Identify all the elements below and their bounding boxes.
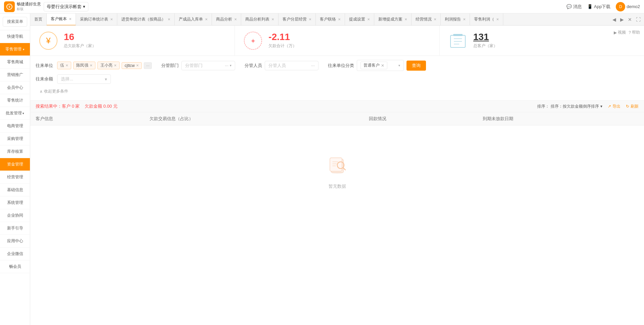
close-tab-icon[interactable]: ✕	[496, 17, 499, 21]
export-button[interactable]: ↗ 导出	[608, 104, 620, 109]
tab-prev-button[interactable]: ◀	[611, 16, 617, 23]
debt-unit: 元	[113, 104, 118, 109]
close-tab-icon[interactable]: ✕	[338, 17, 341, 21]
query-button[interactable]: 查询	[406, 61, 426, 71]
balance-select[interactable]: 选择... ▾	[57, 74, 111, 84]
sidebar-item-app-center[interactable]: 应用中心	[0, 235, 30, 248]
unit-tag-text: 王小亮	[100, 63, 113, 68]
close-tab-icon[interactable]: ✕	[168, 17, 170, 21]
person-select-placeholder: 分管人员	[268, 63, 310, 69]
tab-add-promotion[interactable]: 新增提成方案 ✕	[374, 13, 412, 26]
remove-unit-tag-wang[interactable]: ✕	[114, 64, 117, 67]
close-tab-icon[interactable]: ✕	[309, 17, 311, 21]
sidebar-item-label: 营销推广	[7, 72, 23, 77]
search-menu-button[interactable]: 搜索菜单	[3, 17, 27, 27]
logo-text-block: 畅捷通好生意 标版	[17, 2, 41, 12]
chevron-down-icon: ▾	[23, 112, 24, 115]
close-tab-icon[interactable]: ✕	[271, 17, 274, 21]
classify-filter-label: 往来单位分类	[328, 63, 354, 69]
remove-unit-tag-wu[interactable]: ✕	[66, 64, 68, 67]
tab-retail-profit[interactable]: 零售利润（ ✕	[470, 13, 503, 26]
tab-fullscreen-button[interactable]: ⛶	[635, 16, 642, 23]
sidebar-item-enterprise-coop[interactable]: 企业协同	[0, 209, 30, 222]
enterprise-selector[interactable]: 母婴行业演示帐套 ▾	[44, 2, 88, 11]
logo-sub: 标版	[17, 7, 41, 11]
stat-text-2: -2.11 欠款合计（万）	[268, 32, 297, 49]
sidebar-item-retail-mall[interactable]: 零售商城	[0, 56, 30, 69]
message-button[interactable]: 💬 消息	[566, 4, 582, 10]
sidebar-item-vip[interactable]: 畅会员	[0, 260, 30, 273]
close-tab-icon[interactable]: ✕	[367, 17, 370, 21]
tab-business[interactable]: 经营情况 ✕	[412, 13, 441, 26]
tab-produce-inbound[interactable]: 产成品入库单 ✕	[175, 13, 212, 26]
sidebar-item-wholesale[interactable]: 批发管理 ▾	[0, 107, 30, 120]
close-tab-icon[interactable]: ✕	[434, 17, 436, 21]
tab-purchase-order-stats[interactable]: 采购订单统计表 ✕	[76, 13, 117, 26]
remove-classify-tag[interactable]: ✕	[381, 63, 384, 68]
sidebar-item-quick-nav[interactable]: 快捷导航	[0, 30, 30, 43]
tab-inbound-stats[interactable]: 进货单统计表（按商品） ✕	[117, 13, 175, 26]
video-help-button[interactable]: ▶ 视频	[614, 30, 626, 35]
sidebar-item-ops[interactable]: 经营管理	[0, 171, 30, 184]
tab-profit-report[interactable]: 利润报告 ✕	[441, 13, 470, 26]
sidebar-item-system[interactable]: 系统管理	[0, 196, 30, 209]
sidebar-item-inventory[interactable]: 库存核算	[0, 145, 30, 158]
tab-label: 经营情况	[416, 16, 432, 22]
tab-customer-book[interactable]: 客户账本 ✕	[47, 13, 76, 26]
sidebar-item-member[interactable]: 会员中心	[0, 81, 30, 94]
more-unit-tags-button[interactable]: ···	[144, 62, 152, 69]
tab-label: 采购订单统计表	[80, 16, 108, 22]
sidebar-item-ecom[interactable]: 电商管理	[0, 120, 30, 133]
doc-help-button[interactable]: ? 帮助	[629, 30, 640, 35]
refresh-button[interactable]: ↻ 刷新	[626, 104, 639, 109]
content-area: 首页 客户账本 ✕ 采购订单统计表 ✕ 进货单统计表（按商品） ✕ 产成品入库单…	[30, 13, 644, 325]
balance-filter-label: 往来余额	[36, 76, 53, 82]
tab-product-analysis[interactable]: 商品分析 ✕	[212, 13, 241, 26]
sidebar-item-label: 经营管理	[7, 175, 23, 179]
sidebar-item-enterprise-wechat[interactable]: 企业微信	[0, 248, 30, 260]
stat-icon-3	[448, 31, 468, 51]
dept-select[interactable]: 分管部门 ··· ▾	[181, 61, 235, 70]
close-tab-icon[interactable]: ✕	[69, 17, 72, 21]
tab-promotion-settings[interactable]: 提成设置 ✕	[345, 13, 374, 26]
close-tab-icon[interactable]: ✕	[110, 17, 113, 21]
collapse-button[interactable]: ∧ 收起更多条件	[36, 87, 639, 96]
sidebar-item-new-guide[interactable]: 新手引导	[0, 222, 30, 235]
user-profile[interactable]: D demo2	[616, 2, 640, 11]
video-label: 视频	[618, 30, 626, 35]
remove-unit-tag-chen[interactable]: ✕	[90, 64, 92, 67]
close-tab-icon[interactable]: ✕	[404, 17, 407, 21]
search-count-suffix: 家	[75, 104, 80, 109]
close-tab-icon[interactable]: ✕	[463, 17, 466, 21]
sort-dropdown[interactable]: 排序： 排序：按欠款金额倒序排序 ▾	[537, 104, 602, 109]
sidebar-item-retail-mgmt[interactable]: 零售管理 ▾	[0, 43, 30, 56]
dept-select-dots[interactable]: ···	[225, 63, 228, 68]
collapse-row: ∧ 收起更多条件	[36, 87, 639, 100]
tab-customer-contact[interactable]: 客户联络 ✕	[316, 13, 345, 26]
sidebar-item-label: 会员中心	[7, 85, 23, 90]
sidebar-item-funds[interactable]: 资金管理	[0, 158, 30, 171]
main-layout: 搜索菜单 快捷导航 零售管理 ▾ 零售商城 营销推广 会员中心 零售统计 批发管…	[0, 13, 644, 325]
tab-next-button[interactable]: ▶	[619, 16, 625, 23]
search-result-bar: 搜索结果中：客户 0 家 欠款金额 0.00 元 排序： 排序：按欠款金额倒序排…	[30, 101, 644, 112]
person-select-dots[interactable]: ···	[311, 63, 315, 68]
sidebar-item-purchase[interactable]: 采购管理	[0, 133, 30, 145]
remove-unit-tag-cjttcw[interactable]: ✕	[136, 64, 139, 67]
stat-label-total: 总客户（家）	[473, 43, 498, 49]
close-tab-icon[interactable]: ✕	[205, 17, 208, 21]
close-tab-icon[interactable]: ✕	[234, 17, 237, 21]
tab-label: 商品分析	[216, 16, 232, 22]
classify-select[interactable]: 普通客户 ✕ ▾	[357, 60, 404, 71]
app-download-button[interactable]: 📱 App下载	[587, 4, 610, 10]
tab-home[interactable]: 首页	[30, 13, 47, 26]
stat-icon-2: ✦	[243, 31, 263, 51]
chevron-down-icon: ▾	[83, 4, 85, 9]
sidebar-item-retail-stats[interactable]: 零售统计	[0, 94, 30, 107]
person-select[interactable]: 分管人员 ···	[265, 61, 318, 70]
search-prefix: 搜索结果中：客户	[36, 104, 71, 109]
sidebar-item-marketing[interactable]: 营销推广	[0, 69, 30, 81]
sidebar-item-basic[interactable]: 基础信息	[0, 184, 30, 196]
tab-customer-tier[interactable]: 客户分层经营 ✕	[278, 13, 316, 26]
tab-close-all-button[interactable]: ✕	[627, 16, 633, 23]
tab-product-analysis-list[interactable]: 商品分析列表 ✕	[241, 13, 278, 26]
